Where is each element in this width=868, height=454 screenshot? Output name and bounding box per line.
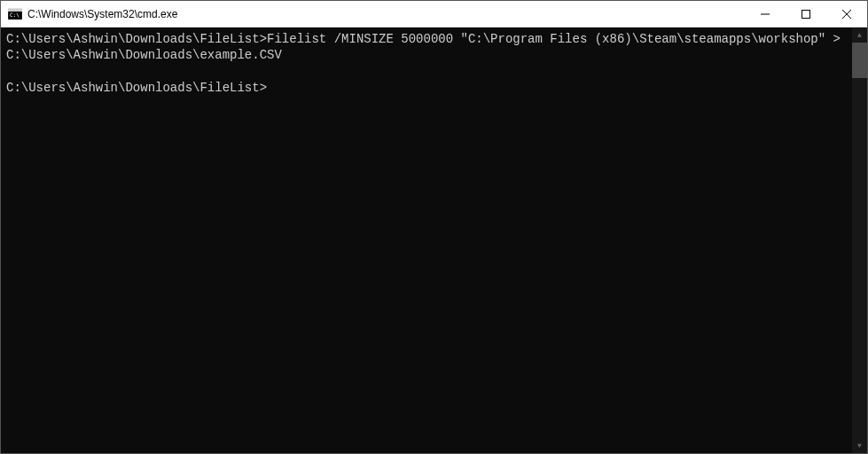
- close-button[interactable]: [826, 1, 867, 27]
- terminal-output[interactable]: C:\Users\Ashwin\Downloads\FileList>Filel…: [1, 27, 852, 453]
- scroll-track[interactable]: [852, 43, 867, 438]
- window-title: C:\Windows\System32\cmd.exe: [27, 8, 745, 20]
- vertical-scrollbar[interactable]: ▲ ▼: [852, 27, 867, 453]
- terminal-area: C:\Users\Ashwin\Downloads\FileList>Filel…: [1, 27, 867, 453]
- scroll-up-arrow[interactable]: ▲: [852, 27, 867, 43]
- scroll-thumb[interactable]: [852, 43, 867, 78]
- titlebar[interactable]: C:\ C:\Windows\System32\cmd.exe: [1, 1, 867, 27]
- prompt-path: C:\Users\Ashwin\Downloads\FileList>: [6, 32, 267, 46]
- scroll-down-arrow[interactable]: ▼: [852, 438, 867, 453]
- cmd-window: C:\ C:\Windows\System32\cmd.exe C:\Users…: [0, 0, 868, 454]
- minimize-button[interactable]: [745, 1, 786, 27]
- cmd-icon: C:\: [8, 7, 22, 21]
- svg-text:C:\: C:\: [10, 12, 20, 18]
- maximize-button[interactable]: [786, 1, 826, 27]
- window-controls: [745, 1, 867, 27]
- svg-rect-4: [802, 10, 810, 18]
- prompt-path: C:\Users\Ashwin\Downloads\FileList>: [6, 81, 267, 95]
